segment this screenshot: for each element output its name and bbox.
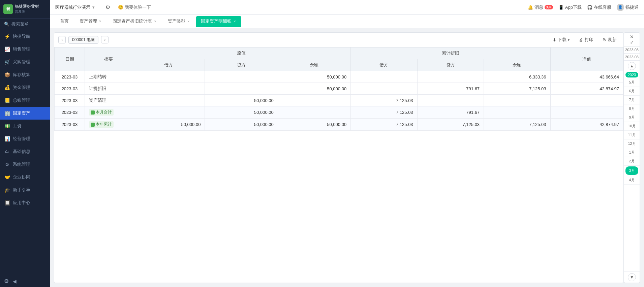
cell-net_value [550, 95, 623, 106]
sidebar-item-quick-nav[interactable]: ⚡ 快捷导航 [0, 30, 50, 43]
cell-dep_debit: 7,125.03 [351, 119, 417, 131]
th-dep-credit: 贷方 [417, 59, 484, 71]
cell-dep_balance: 7,125.03 [484, 83, 550, 95]
sidebar-item-guide[interactable]: 🎓 新手引导 [0, 184, 50, 196]
next-asset-button[interactable]: › [101, 36, 109, 43]
cell-orig_credit: 50,000.00 [205, 106, 278, 119]
ledger-table: 日期 摘要 原值 累计折旧 净值 借方 贷方 余额 借方 贷方 余额 [54, 47, 623, 131]
settings-bottom-icon[interactable]: ⚙ [4, 278, 9, 284]
cell-orig_credit: 50,000.00 [205, 119, 278, 131]
tab-label: 资产管理 [80, 18, 97, 24]
user-profile-button[interactable]: 👤 畅捷通 [617, 4, 639, 11]
download-button[interactable]: ⬇ 下载 ▾ [550, 35, 572, 44]
cell-orig_debit [132, 83, 205, 95]
tab-close-button[interactable]: × [187, 19, 190, 24]
month-item[interactable]: 7月 [624, 96, 640, 104]
app-download-button[interactable]: 📱 App下载 [558, 4, 582, 10]
cell-date: 2023-03 [55, 71, 85, 83]
month-item[interactable]: 6月 [624, 87, 640, 96]
cell-orig_credit [205, 83, 278, 95]
inventory-icon: 📦 [4, 72, 10, 78]
print-button[interactable]: 🖨 打印 [576, 35, 596, 44]
cell-dep_credit: 791.67 [417, 106, 484, 119]
month-item[interactable]: 9月 [624, 113, 640, 122]
notifications-button[interactable]: 🔔 消息 99+ [528, 4, 553, 10]
month-item[interactable]: 8月 [624, 104, 640, 113]
notifications-label: 消息 [534, 4, 543, 10]
topbar-settings-button[interactable]: ⚙ [103, 3, 113, 12]
sidebar-item-operations[interactable]: 📊 经营管理 [0, 132, 50, 145]
customer-service-label: 在线客服 [594, 4, 611, 10]
sidebar-item-ledger[interactable]: 📒 总账管理 [0, 94, 50, 107]
sidebar-item-funds[interactable]: 💰 资金管理 [0, 81, 50, 94]
sidebar-item-inventory[interactable]: 📦 库存核算 [0, 68, 50, 81]
right-panel: ✕ ⤢ 2023.03 2023.03 ▲ 20235月6月7月8月9月10月1… [624, 32, 640, 283]
sidebar-item-purchase[interactable]: 🛒 采购管理 [0, 56, 50, 68]
sidebar-item-app-center[interactable]: 🔲 应用中心 [0, 196, 50, 209]
sidebar-item-label: 基础信息 [13, 149, 30, 155]
sidebar-item-label: 经营管理 [13, 136, 30, 142]
month-item[interactable]: 5月 [624, 78, 640, 87]
collapse-sidebar-icon[interactable]: ◀ [13, 279, 17, 284]
th-dep-debit: 借方 [351, 59, 417, 71]
sidebar-logo: 畅 畅捷通好业财 普及版 [0, 0, 50, 19]
tab-close-button[interactable]: × [233, 19, 236, 24]
cell-orig_debit [132, 106, 205, 119]
month-item[interactable]: 1月 [624, 148, 640, 157]
sidebar-item-basic-info[interactable]: 🗂 基础信息 [0, 145, 50, 158]
th-orig-credit: 贷方 [205, 59, 278, 71]
month-item[interactable]: 12月 [624, 139, 640, 148]
cell-orig_balance [278, 95, 350, 106]
company-selector[interactable]: 医疗器械行业演示 ▾ [55, 4, 95, 10]
refresh-button[interactable]: ↻ 刷新 [600, 35, 619, 44]
sidebar-item-fixed-assets[interactable]: 🏢 固定资产 [0, 107, 50, 120]
app-center-icon: 🔲 [4, 200, 10, 206]
panel-expand-button[interactable]: ⤢ [630, 40, 634, 45]
month-item[interactable]: 10月 [624, 122, 640, 131]
tab-asset-mgmt[interactable]: 资产管理 × [75, 16, 106, 27]
month-item[interactable]: 4月 [624, 176, 640, 185]
experience-icon: 😊 [118, 5, 123, 10]
panel-close-button[interactable]: ✕ [630, 34, 634, 39]
cell-date: 2023-03 [55, 95, 85, 106]
sidebar-item-enterprise[interactable]: 🤝 企业协同 [0, 171, 50, 184]
tab-close-button[interactable]: × [98, 19, 102, 24]
main-content: 医疗器械行业演示 ▾ ⚙ 😊 我要体验一下 🔔 消息 99+ 📱 App下载 🎧… [50, 0, 644, 287]
prev-asset-button[interactable]: ‹ [58, 36, 66, 43]
cell-desc: 计提折旧 [85, 83, 132, 95]
th-net-value: 净值 [550, 47, 623, 71]
tab-asset-type[interactable]: 资产类型 × [163, 16, 195, 27]
tab-close-button[interactable]: × [153, 19, 157, 24]
panel-date-label-bottom: 2023.03 [624, 54, 640, 61]
th-desc: 摘要 [85, 47, 132, 71]
cell-orig_debit: 50,000.00 [132, 119, 205, 131]
customer-service-button[interactable]: 🎧 在线客服 [587, 4, 611, 10]
cell-date: 2023-03 [55, 119, 85, 131]
th-original-value: 原值 [132, 47, 351, 59]
panel-prev-button[interactable]: ▲ [628, 62, 636, 70]
month-item[interactable]: 11月 [624, 131, 640, 139]
cell-desc: 本月合计 [85, 106, 132, 119]
sidebar-search-item[interactable]: 🔍 搜索菜单 [0, 19, 50, 30]
sidebar-item-label: 工资 [13, 123, 22, 129]
headset-icon: 🎧 [587, 5, 592, 10]
tab-asset-detail[interactable]: 固定资产明细账 × [196, 16, 241, 27]
tab-label: 资产类型 [168, 18, 185, 24]
data-table: 日期 摘要 原值 累计折旧 净值 借方 贷方 余额 借方 贷方 余额 [54, 47, 623, 283]
experience-button[interactable]: 😊 我要体验一下 [118, 4, 151, 10]
tab-home[interactable]: 首页 [55, 16, 73, 27]
month-item[interactable]: 3月 [625, 166, 638, 175]
table-row: 2023-03本年累计50,000.0050,000.0050,000.007,… [55, 119, 623, 131]
cell-date: 2023-03 [55, 106, 85, 119]
sidebar-item-payroll[interactable]: 💵 工资 [0, 120, 50, 132]
month-item[interactable]: 2月 [624, 157, 640, 166]
cell-net_value [550, 106, 623, 119]
sidebar-bottom: ⚙ ◀ [0, 275, 50, 287]
panel-next-button[interactable]: ▼ [628, 273, 636, 281]
sidebar-item-sales[interactable]: 📈 销售管理 [0, 43, 50, 56]
tab-depreciation-stats[interactable]: 固定资产折旧统计表 × [108, 16, 161, 27]
app-subtitle: 普及版 [15, 9, 39, 14]
panel-date-label-top: 2023.03 [624, 46, 640, 54]
sidebar-item-system[interactable]: ⚙ 系统管理 [0, 158, 50, 171]
notifications-badge: 99+ [545, 5, 553, 9]
